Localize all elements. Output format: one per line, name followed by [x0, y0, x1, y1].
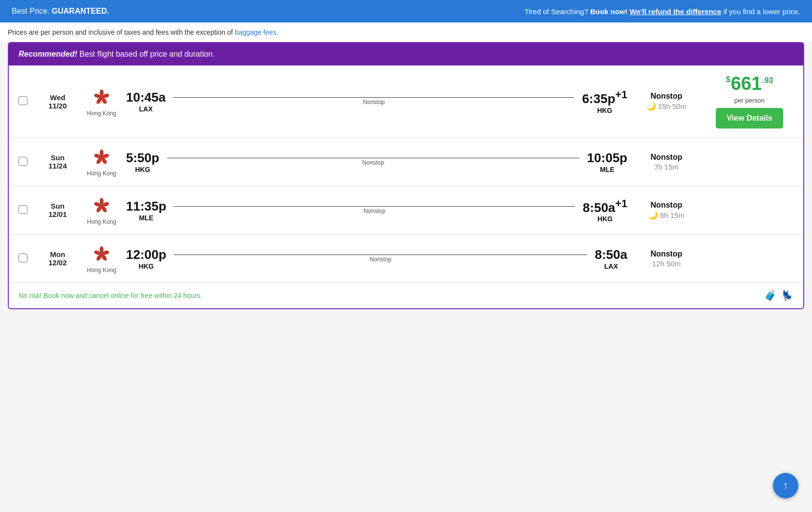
flight-duration: Nonstop 🌙 15h 50m: [627, 92, 705, 111]
flight-route: 11:35p MLE Nonstop 8:50a+1 HKG: [126, 197, 627, 223]
arrive-airport: MLE: [600, 166, 615, 173]
route-line-container: Nonstop: [170, 206, 578, 214]
duration-value: 6h 15m: [660, 211, 684, 219]
price-note-text: Prices are per person and inclusive of t…: [8, 28, 235, 36]
arrive-time: 8:50a: [595, 247, 628, 262]
recommended-bold: Recommended!: [19, 50, 77, 58]
flight-checkbox-col[interactable]: [19, 254, 38, 264]
flight-airline: Hong Kong: [77, 86, 126, 117]
moon-icon: 🌙: [646, 102, 656, 111]
arrive-airport: LAX: [604, 262, 618, 270]
depart-time: 5:50p: [126, 150, 159, 166]
seat-icon: 💺: [781, 290, 793, 301]
view-details-button[interactable]: View Details: [716, 108, 783, 128]
arrive-airport: HKG: [597, 107, 612, 114]
flight-checkbox[interactable]: [19, 205, 27, 214]
svg-point-11: [99, 155, 104, 160]
flight-duration: Nonstop 12h 50m: [627, 250, 705, 268]
route-nonstop-label: Nonstop: [370, 256, 392, 263]
arrive-col: 10:05p MLE: [587, 150, 627, 173]
duration-time: 🌙 6h 15m: [627, 211, 705, 220]
flight-date-num: 11/20: [38, 102, 77, 110]
duration-value: 12h 50m: [652, 259, 681, 268]
flight-date: Wed 11/20: [38, 93, 77, 110]
flight-day: Sun: [38, 153, 77, 162]
price-column: $ 661 .93 per person View Details: [705, 74, 793, 128]
depart-airport: MLE: [139, 214, 153, 222]
refund-link[interactable]: We'll refund the difference: [630, 7, 722, 16]
price-main: 661: [731, 74, 762, 93]
price-display: $ 661 .93: [726, 74, 773, 93]
flight-airline: Hong Kong: [77, 147, 126, 177]
duration-value: 15h 50m: [658, 102, 686, 110]
depart-airport: HKG: [135, 166, 150, 173]
recommended-header: Recommended! Best flight based off price…: [9, 43, 803, 65]
flight-checkbox-col[interactable]: [19, 205, 38, 215]
flight-date: Mon 12/02: [38, 250, 77, 267]
airline-name: Hong Kong: [87, 218, 116, 225]
price-note: Prices are per person and inclusive of t…: [0, 22, 812, 42]
airline-logo: [91, 195, 112, 216]
flight-duration: Nonstop 7h 15m: [627, 153, 705, 171]
flight-route: 5:50p HKG Nonstop 10:05p MLE: [126, 150, 627, 173]
arrive-airport: HKG: [598, 215, 613, 223]
flight-checkbox[interactable]: [19, 157, 27, 166]
duration-nonstop: Nonstop: [627, 250, 705, 258]
route-line-container: Nonstop: [170, 97, 578, 106]
price-per-person: per person: [734, 97, 765, 104]
arrive-col: 8:50a LAX: [595, 247, 628, 270]
duration-nonstop: Nonstop: [627, 92, 705, 101]
flight-date: Sun 12/01: [38, 202, 77, 218]
banner-prefix: Best Price.: [12, 7, 52, 15]
route-nonstop-label: Nonstop: [363, 208, 385, 214]
airline-name: Hong Kong: [87, 170, 116, 177]
luggage-icon: 🧳: [764, 290, 776, 301]
route-line: [174, 255, 587, 255]
banner-left: Best Price. GUARANTEED.: [12, 7, 109, 16]
flight-airline: Hong Kong: [77, 243, 126, 274]
arrive-col: 8:50a+1 HKG: [583, 197, 627, 223]
depart-time: 11:35p: [126, 199, 166, 214]
flight-airline: Hong Kong: [77, 195, 126, 225]
baggage-fees-link[interactable]: baggage fees: [235, 28, 277, 36]
svg-point-23: [99, 252, 104, 256]
depart-airport: HKG: [139, 262, 154, 270]
flight-row: Sun 12/01 Hong Kong 11:35p MLE Nonstop: [9, 186, 803, 235]
flight-checkbox-col[interactable]: [19, 96, 38, 107]
banner-right: Tired of Searching? Book now! We'll refu…: [524, 7, 800, 16]
flight-duration: Nonstop 🌙 6h 15m: [627, 201, 705, 220]
footer-icons: 🧳 💺: [764, 290, 793, 301]
depart-airport: LAX: [139, 105, 152, 113]
flight-row: Wed 11/20 Hong Kong 10:45a LAX Nonstop: [9, 65, 803, 138]
flight-day: Wed: [38, 93, 77, 102]
flight-checkbox-col[interactable]: [19, 157, 38, 167]
duration-time: 🌙 15h 50m: [627, 102, 705, 111]
flight-row: Mon 12/02 Hong Kong 12:00p HKG Nonstop: [9, 235, 803, 282]
flight-day: Sun: [38, 202, 77, 210]
flight-rows: Wed 11/20 Hong Kong 10:45a LAX Nonstop: [9, 65, 803, 282]
route-line: [167, 158, 579, 158]
banner: Best Price. GUARANTEED. Tired of Searchi…: [0, 0, 812, 22]
flight-date-num: 12/02: [38, 258, 77, 267]
depart-col: 5:50p HKG: [126, 150, 159, 173]
duration-time: 12h 50m: [627, 259, 705, 268]
depart-col: 11:35p MLE: [126, 199, 166, 222]
svg-point-17: [99, 203, 104, 208]
flight-route: 12:00p HKG Nonstop 8:50a LAX: [126, 247, 627, 270]
depart-time: 12:00p: [126, 247, 166, 262]
svg-point-5: [99, 95, 104, 100]
banner-booknow: Book now!: [590, 7, 628, 16]
depart-time: 10:45a: [126, 90, 166, 105]
flight-checkbox[interactable]: [19, 96, 27, 105]
arrive-time: 8:50a+1: [583, 197, 627, 215]
duration-nonstop: Nonstop: [627, 201, 705, 210]
airline-name: Hong Kong: [87, 110, 116, 117]
route-line-container: Nonstop: [170, 255, 591, 263]
duration-time: 7h 15m: [627, 163, 705, 171]
route-line-container: Nonstop: [163, 158, 583, 166]
flight-checkbox[interactable]: [19, 254, 27, 262]
recommended-text: Best flight based off price and duration…: [77, 50, 215, 58]
price-cents: .93: [762, 76, 773, 85]
airline-name: Hong Kong: [87, 267, 116, 274]
price-note-suffix: .: [276, 28, 278, 36]
